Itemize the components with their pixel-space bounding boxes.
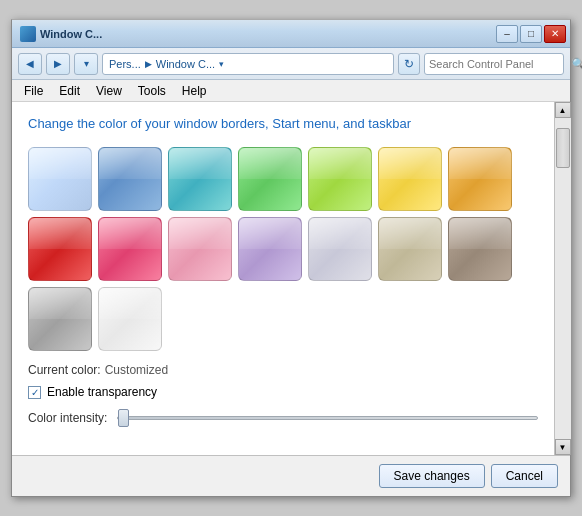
- color-swatch-pink-light[interactable]: [168, 217, 232, 281]
- color-swatch-green[interactable]: [238, 147, 302, 211]
- menu-edit[interactable]: Edit: [51, 82, 88, 100]
- scroll-down-button[interactable]: ▼: [555, 439, 571, 455]
- title-bar: Window C... – □ ✕: [12, 20, 570, 48]
- content-area: Change the color of your window borders,…: [12, 102, 570, 455]
- close-button[interactable]: ✕: [544, 25, 566, 43]
- menu-file[interactable]: File: [16, 82, 51, 100]
- color-swatch-white[interactable]: [98, 287, 162, 351]
- search-icon: 🔍: [571, 57, 582, 71]
- breadcrumb-bar[interactable]: Pers... ▶ Window C... ▾: [102, 53, 394, 75]
- current-color-row: Current color: Customized: [28, 363, 538, 377]
- color-swatch-pink-hot[interactable]: [98, 217, 162, 281]
- current-color-value: Customized: [105, 363, 168, 377]
- main-window: Window C... – □ ✕ ◀ ▶ ▾ Pers... ▶ Window…: [11, 19, 571, 497]
- color-row-3: [28, 287, 538, 351]
- menu-tools[interactable]: Tools: [130, 82, 174, 100]
- forward-button[interactable]: ▶: [46, 53, 70, 75]
- search-input[interactable]: [429, 58, 567, 70]
- bottom-bar: Save changes Cancel: [12, 455, 570, 496]
- minimize-button[interactable]: –: [496, 25, 518, 43]
- title-bar-left: Window C...: [20, 26, 102, 42]
- color-swatch-silver-light[interactable]: [308, 217, 372, 281]
- breadcrumb-arrow: ▶: [145, 59, 152, 69]
- title-controls: – □ ✕: [496, 25, 566, 43]
- intensity-slider-track[interactable]: [117, 416, 538, 420]
- color-grid: [28, 147, 538, 351]
- intensity-label: Color intensity:: [28, 411, 107, 425]
- scroll-track[interactable]: [555, 118, 571, 439]
- scroll-thumb[interactable]: [556, 128, 570, 168]
- window-icon: [20, 26, 36, 42]
- menu-bar: File Edit View Tools Help: [12, 80, 570, 102]
- color-row-2: [28, 217, 538, 281]
- transparency-label: Enable transparency: [47, 385, 157, 399]
- color-swatch-lime[interactable]: [308, 147, 372, 211]
- color-swatch-blue[interactable]: [98, 147, 162, 211]
- refresh-button[interactable]: ↻: [398, 53, 420, 75]
- breadcrumb-pers[interactable]: Pers...: [109, 58, 141, 70]
- page-title: Change the color of your window borders,…: [28, 116, 538, 131]
- color-swatch-teal[interactable]: [168, 147, 232, 211]
- menu-view[interactable]: View: [88, 82, 130, 100]
- cancel-button[interactable]: Cancel: [491, 464, 558, 488]
- color-swatch-orange[interactable]: [448, 147, 512, 211]
- menu-help[interactable]: Help: [174, 82, 215, 100]
- breadcrumb-windowc[interactable]: Window C...: [156, 58, 215, 70]
- current-color-label: Current color:: [28, 363, 101, 377]
- breadcrumb-dropdown-icon: ▾: [219, 59, 224, 69]
- search-bar[interactable]: 🔍: [424, 53, 564, 75]
- intensity-row: Color intensity:: [28, 411, 538, 425]
- color-swatch-red[interactable]: [28, 217, 92, 281]
- transparency-row: ✓ Enable transparency: [28, 385, 538, 399]
- color-swatch-lavender[interactable]: [238, 217, 302, 281]
- color-swatch-sky[interactable]: [28, 147, 92, 211]
- window-title: Window C...: [40, 28, 102, 40]
- scroll-up-button[interactable]: ▲: [555, 102, 571, 118]
- color-swatch-gray[interactable]: [28, 287, 92, 351]
- scrollbar: ▲ ▼: [554, 102, 570, 455]
- dropdown-button[interactable]: ▾: [74, 53, 98, 75]
- address-bar: ◀ ▶ ▾ Pers... ▶ Window C... ▾ ↻ 🔍: [12, 48, 570, 80]
- intensity-slider-thumb[interactable]: [118, 409, 129, 427]
- transparency-checkbox[interactable]: ✓: [28, 386, 41, 399]
- color-row-1: [28, 147, 538, 211]
- restore-button[interactable]: □: [520, 25, 542, 43]
- main-content: Change the color of your window borders,…: [12, 102, 554, 455]
- back-button[interactable]: ◀: [18, 53, 42, 75]
- color-swatch-yellow[interactable]: [378, 147, 442, 211]
- color-swatch-tan[interactable]: [378, 217, 442, 281]
- save-button[interactable]: Save changes: [379, 464, 485, 488]
- color-swatch-brown-gray[interactable]: [448, 217, 512, 281]
